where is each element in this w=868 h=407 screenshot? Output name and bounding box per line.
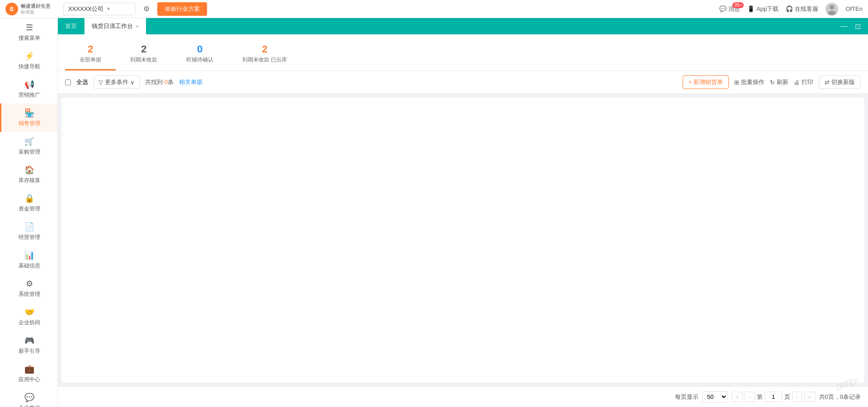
add-sales-order-btn[interactable]: + 新增销货单 <box>683 75 729 89</box>
sidebar-item-guide[interactable]: 🎮 新手引导 <box>0 331 57 360</box>
tab-home[interactable]: 首页 <box>58 18 85 34</box>
print-btn[interactable]: 🖨 打印 <box>794 78 813 86</box>
stat-label-overdue-shipped: 到期未收款 已出库 <box>242 56 287 64</box>
sidebar-item-operations[interactable]: 📄 经营管理 <box>0 217 57 246</box>
tab-workbench[interactable]: 钱货日清工作台 × <box>85 18 146 34</box>
sidebar-item-quick-nav[interactable]: ⚡ 快捷导航 <box>0 47 57 75</box>
message-icon: 💬 <box>719 5 726 12</box>
main-layout: ☰ 搜索菜单 ⚡ 快捷导航 📢 营销推广 🏪 销售管理 🛒 采购管理 🏠 库存核… <box>0 18 868 407</box>
sidebar-item-label: 新手引导 <box>19 347 40 355</box>
page-number-input[interactable] <box>764 392 783 402</box>
app-title: 畅捷通好生意 标准版 <box>21 3 51 15</box>
table-area <box>61 98 864 383</box>
sidebar-item-label: 快捷导航 <box>19 63 40 70</box>
chevron-down-icon: ▼ <box>106 6 111 11</box>
company-name: XXXXXX公司 <box>68 5 104 13</box>
message-btn[interactable]: 💬 消息 99+ <box>719 5 740 13</box>
online-service-btn[interactable]: 🎧 在线客服 <box>786 5 818 13</box>
download-icon: 📱 <box>747 5 755 12</box>
prev-page-btn[interactable]: ‹ <box>745 392 755 402</box>
sidebar-item-purchase[interactable]: 🛒 采购管理 <box>0 132 57 160</box>
avatar[interactable] <box>826 3 838 15</box>
chevron-icon: ∨ <box>130 79 135 86</box>
sidebar-item-label: 基础信息 <box>19 262 40 270</box>
print-icon: 🖨 <box>794 79 800 86</box>
refresh-icon: ↻ <box>770 79 775 86</box>
search-menu-icon: ☰ <box>26 23 33 33</box>
sidebar-item-inventory[interactable]: 🏠 库存核算 <box>0 160 57 189</box>
related-orders-link[interactable]: 相关单据 <box>179 78 203 86</box>
trial-button[interactable]: 体验行业方案 <box>157 2 207 16</box>
stat-tab-overdue-shipped[interactable]: 2 到期未收款 已出库 <box>228 40 302 70</box>
stat-tab-wangwang[interactable]: 0 旺辅待确认 <box>172 40 228 70</box>
tab-close-icon[interactable]: × <box>136 23 138 29</box>
sidebar-item-label: 营销推广 <box>19 91 40 99</box>
stat-tab-all[interactable]: 2 全部单据 <box>65 40 116 70</box>
tab-bar-actions: — ⊡ <box>839 20 868 33</box>
maximize-icon[interactable]: ⊡ <box>853 20 863 33</box>
settings-icon[interactable]: ⚙ <box>139 2 154 16</box>
stat-label-wangwang: 旺辅待确认 <box>186 56 213 64</box>
sidebar-item-label: 销售管理 <box>19 120 40 127</box>
sidebar-item-finance[interactable]: 🔒 资金管理 <box>0 189 57 217</box>
per-page-select[interactable]: 50 100 200 <box>702 391 728 402</box>
refresh-btn[interactable]: ↻ 刷新 <box>770 78 788 86</box>
logo-area: 6 畅捷通好生意 标准版 <box>5 3 63 15</box>
company-selector[interactable]: XXXXXX公司 ▼ <box>63 3 136 15</box>
sidebar-item-label: 资金管理 <box>19 205 40 213</box>
stat-num-wangwang: 0 <box>197 43 203 55</box>
purchase-icon: 🛒 <box>24 136 34 146</box>
sidebar-item-label: 搜索菜单 <box>19 34 40 42</box>
select-all-checkbox[interactable] <box>65 80 71 85</box>
sidebar-item-app-center[interactable]: 💼 应用中心 <box>0 360 57 388</box>
next-page-btn[interactable]: › <box>792 392 802 402</box>
sidebar-item-search-menu[interactable]: ☰ 搜索菜单 <box>0 18 57 47</box>
sidebar-item-label: 企业协同 <box>19 319 40 327</box>
sidebar-item-label: 应用中心 <box>19 376 40 384</box>
first-page-btn[interactable]: « <box>731 392 743 402</box>
stat-num-overdue: 2 <box>141 43 146 55</box>
top-right-area: 💬 消息 99+ 📱 App下载 🎧 在线客服 OfTEn <box>719 3 863 15</box>
sidebar-item-weixin[interactable]: 💬 企业微信 <box>0 388 57 407</box>
basic-info-icon: 📊 <box>24 250 34 260</box>
sidebar-item-sales[interactable]: 🏪 销售管理 <box>0 103 57 132</box>
service-icon: 🎧 <box>786 5 793 12</box>
app-download-btn[interactable]: 📱 App下载 <box>747 5 778 13</box>
per-page-label: 每页显示 <box>675 393 698 401</box>
sales-icon: 🏪 <box>24 108 34 118</box>
table-empty-message <box>61 98 864 383</box>
quick-nav-icon: ⚡ <box>24 51 34 61</box>
user-name: OfTEn <box>845 5 863 12</box>
sidebar-item-label: 采购管理 <box>19 148 40 156</box>
sidebar-item-enterprise[interactable]: 🤝 企业协同 <box>0 303 57 331</box>
stat-tab-overdue[interactable]: 2 到期未收款 <box>116 40 172 70</box>
operations-icon: 📄 <box>24 222 34 232</box>
filter-icon: ▽ <box>99 79 103 86</box>
switch-version-btn[interactable]: ⇄ 切换新版 <box>819 75 861 89</box>
stat-label-overdue: 到期未收款 <box>130 56 157 64</box>
select-all-label: 全选 <box>76 78 88 86</box>
sidebar-item-marketing[interactable]: 📢 营销推广 <box>0 75 57 103</box>
sidebar-item-system[interactable]: ⚙ 系统管理 <box>0 274 57 303</box>
sidebar-item-basic-info[interactable]: 📊 基础信息 <box>0 246 57 274</box>
found-text: 共找到 0条 <box>145 78 174 86</box>
top-bar: 6 畅捷通好生意 标准版 XXXXXX公司 ▼ ⚙ 体验行业方案 💬 消息 99… <box>0 0 868 18</box>
stats-bar: 2 全部单据 2 到期未收款 0 旺辅待确认 2 到期未收款 已出库 <box>58 34 868 71</box>
sidebar-item-label: 企业微信 <box>19 404 40 407</box>
minimize-icon[interactable]: — <box>839 20 849 33</box>
guide-icon: 🎮 <box>24 336 34 346</box>
last-page-btn[interactable]: » <box>804 392 815 402</box>
message-badge: 99+ <box>732 2 744 8</box>
content-area: 首页 钱货日清工作台 × — ⊡ 2 全部单据 2 到期未收款 <box>58 18 868 407</box>
system-icon: ⚙ <box>26 279 33 289</box>
page-content: 2 全部单据 2 到期未收款 0 旺辅待确认 2 到期未收款 已出库 <box>58 34 868 407</box>
more-filters-btn[interactable]: ▽ 更多条件 ∨ <box>94 75 140 89</box>
finance-icon: 🔒 <box>24 193 34 203</box>
stat-num-overdue-shipped: 2 <box>262 43 268 55</box>
stat-num-all: 2 <box>88 43 93 55</box>
toolbar-right: + 新增销货单 ⊞ 批量操作 ↻ 刷新 🖨 打印 ⇄ <box>683 75 861 89</box>
total-info: 共0页，0条记录 <box>819 393 861 401</box>
batch-ops-btn[interactable]: ⊞ 批量操作 <box>734 78 764 86</box>
inventory-icon: 🏠 <box>24 165 34 175</box>
batch-icon: ⊞ <box>734 79 739 86</box>
